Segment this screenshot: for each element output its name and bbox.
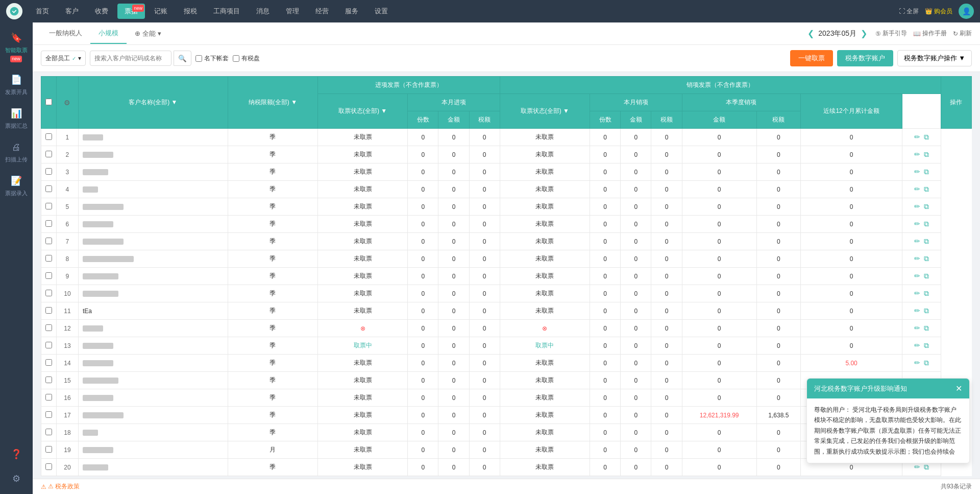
edit-button[interactable]: ✏ [913, 236, 921, 246]
edit-button[interactable]: ✏ [913, 167, 921, 177]
sidebar-item-scan-upload[interactable]: 🖨 扫描上传 [0, 136, 32, 168]
checkbox-under-account[interactable]: 名下帐套 [195, 54, 229, 63]
date-prev-button[interactable]: ❮ [807, 29, 814, 38]
edit-button[interactable]: ✏ [913, 132, 921, 142]
notification-close-button[interactable]: ✕ [955, 384, 962, 393]
sidebar-item-help[interactable]: ❓ [7, 443, 26, 465]
tab-small-scale[interactable]: 小规模 [90, 23, 127, 44]
copy-button[interactable]: ⧉ [923, 323, 930, 334]
edit-button[interactable]: ✏ [913, 462, 921, 472]
nav-tax[interactable]: 报税 [177, 4, 204, 19]
nav-operation[interactable]: 经营 [308, 4, 336, 19]
nav-invoice[interactable]: 票据 new [117, 4, 145, 19]
sidebar-item-config[interactable]: ⚙ [7, 467, 26, 490]
copy-button[interactable]: ⧉ [923, 340, 930, 351]
nav-customer[interactable]: 客户 [58, 4, 86, 19]
edit-button[interactable]: ✏ [913, 201, 921, 211]
search-input[interactable] [90, 51, 172, 66]
copy-button[interactable]: ⧉ [923, 201, 930, 212]
edit-button[interactable]: ✏ [913, 184, 921, 194]
row-checkbox[interactable] [45, 324, 52, 331]
nav-business[interactable]: 工商项目 [206, 4, 247, 19]
sidebar-item-smart-ticket[interactable]: 🔖 智能取票 new [0, 27, 32, 66]
employee-select[interactable]: 全部员工 ✓ ▾ [41, 51, 86, 66]
copy-button[interactable]: ⧉ [923, 236, 930, 247]
copy-button[interactable]: ⧉ [923, 167, 930, 177]
row-checkbox[interactable] [45, 463, 52, 470]
settings-icon[interactable]: ⚙ [64, 99, 70, 107]
copy-button[interactable]: ⧉ [923, 219, 930, 229]
row-checkbox[interactable] [45, 168, 52, 175]
nav-bookkeeping[interactable]: 记账 [147, 4, 175, 19]
date-next-button[interactable]: ❯ [861, 29, 867, 38]
edit-button[interactable]: ✏ [913, 358, 921, 368]
row-out-amount: 0 [621, 424, 651, 441]
edit-button[interactable]: ✏ [913, 149, 921, 159]
edit-button[interactable]: ✏ [913, 305, 921, 316]
row-checkbox[interactable] [45, 151, 52, 157]
checkbox-has-tax-disk-input[interactable] [233, 55, 239, 62]
tax-digital-ops-button[interactable]: 税务数字账户操作 ▼ [897, 50, 972, 66]
guide-button[interactable]: ⑤ 新手引导 [875, 29, 907, 38]
app-logo[interactable] [6, 3, 22, 19]
one-key-ticket-button[interactable]: 一键取票 [790, 50, 833, 66]
row-checkbox[interactable] [45, 133, 52, 140]
refresh-button[interactable]: ↻ 刷新 [953, 29, 972, 38]
row-checkbox[interactable] [45, 307, 52, 314]
row-checkbox[interactable] [45, 255, 52, 262]
row-checkbox[interactable] [45, 238, 52, 244]
edit-button[interactable]: ✏ [913, 340, 921, 350]
tax-policy-link[interactable]: ⚠ ⚠ 税务政策 [41, 482, 80, 491]
row-checkbox[interactable] [45, 359, 52, 366]
vip-button[interactable]: 👑 购会员 [925, 7, 952, 16]
copy-button[interactable]: ⧉ [923, 462, 930, 473]
search-button[interactable]: 🔍 [174, 51, 191, 66]
sidebar-item-invoice-entry[interactable]: 📝 票据录入 [0, 170, 32, 201]
row-checkbox[interactable] [45, 411, 52, 418]
edit-button[interactable]: ✏ [913, 323, 921, 333]
edit-button[interactable]: ✏ [913, 253, 921, 264]
nav-service[interactable]: 服务 [338, 4, 365, 19]
row-checkbox[interactable] [45, 446, 52, 453]
avatar[interactable]: 👤 [959, 4, 974, 19]
copy-button[interactable]: ⧉ [923, 253, 930, 264]
th-in-fetch-status[interactable]: 取票状态(全部) ▼ [318, 94, 408, 129]
nav-billing[interactable]: 收费 [88, 4, 115, 19]
select-all-checkbox[interactable] [45, 99, 52, 105]
edit-button[interactable]: ✏ [913, 219, 921, 229]
row-checkbox[interactable] [45, 394, 52, 401]
row-checkbox[interactable] [45, 290, 52, 296]
copy-button[interactable]: ⧉ [923, 184, 930, 195]
copy-button[interactable]: ⧉ [923, 271, 930, 281]
nav-settings[interactable]: 设置 [368, 4, 395, 19]
row-checkbox[interactable] [45, 429, 52, 435]
manual-button[interactable]: 📖 操作手册 [913, 29, 947, 38]
nav-message[interactable]: 消息 [249, 4, 277, 19]
nav-manage[interactable]: 管理 [279, 4, 306, 19]
row-checkbox[interactable] [45, 272, 52, 279]
row-checkbox[interactable] [45, 220, 52, 227]
row-checkbox[interactable] [45, 185, 52, 192]
copy-button[interactable]: ⧉ [923, 358, 930, 368]
edit-button[interactable]: ✏ [913, 288, 921, 298]
tab-all-capable[interactable]: ⊕ 全能 ▾ [127, 29, 169, 38]
nav-home[interactable]: 首页 [29, 4, 56, 19]
checkbox-under-account-input[interactable] [195, 55, 202, 62]
edit-button[interactable]: ✏ [913, 271, 921, 281]
row-checkbox[interactable] [45, 377, 52, 383]
th-tax-quota[interactable]: 纳税限额(全部) ▼ [228, 77, 317, 129]
th-out-fetch-status[interactable]: 取票状态(全部) ▼ [500, 94, 590, 129]
sidebar-item-invoice-summary[interactable]: 📊 票据汇总 [0, 102, 32, 134]
th-customer-name[interactable]: 客户名称(全部) ▼ [78, 77, 228, 129]
row-checkbox[interactable] [45, 342, 52, 348]
sidebar-item-invoice-open[interactable]: 📄 发票开具 [0, 68, 32, 100]
checkbox-has-tax-disk[interactable]: 有税盘 [233, 54, 260, 63]
copy-button[interactable]: ⧉ [923, 132, 930, 143]
copy-button[interactable]: ⧉ [923, 305, 930, 316]
row-checkbox[interactable] [45, 203, 52, 209]
copy-button[interactable]: ⧉ [923, 149, 930, 160]
copy-button[interactable]: ⧉ [923, 288, 930, 299]
fullscreen-button[interactable]: ⛶ 全屏 [899, 7, 919, 16]
tab-general-taxpayer[interactable]: 一般纳税人 [41, 23, 90, 44]
tax-digital-button[interactable]: 税务数字账户 [837, 50, 893, 66]
